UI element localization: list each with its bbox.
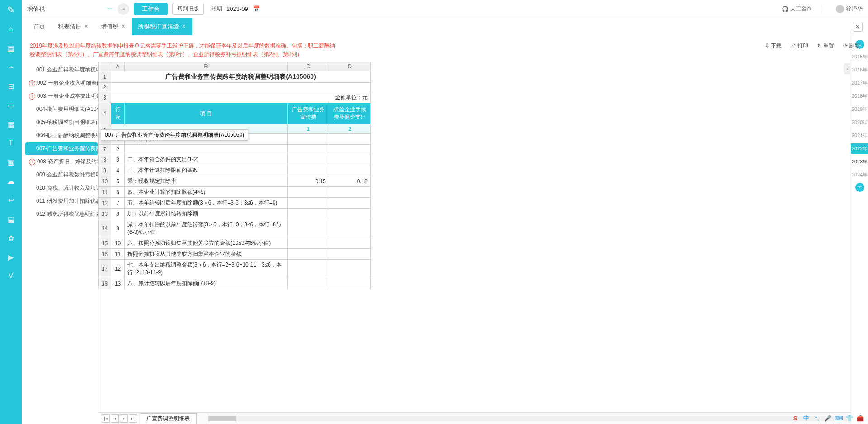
form-list-item[interactable]: 009-企业所得税弥补亏损明... (25, 168, 98, 181)
item-cell[interactable] (125, 145, 288, 154)
nav-return-icon[interactable]: ↩ (5, 195, 16, 205)
value-cell-c[interactable] (288, 198, 329, 209)
col-header-A[interactable]: A (111, 62, 125, 71)
value-cell-c[interactable] (288, 219, 329, 238)
value-cell-d[interactable] (329, 209, 371, 219)
row-header[interactable]: 17 (99, 260, 111, 278)
nav-grid-icon[interactable]: ▦ (5, 119, 16, 129)
nav-t-icon[interactable]: T (5, 138, 16, 148)
row-header[interactable]: 8 (99, 154, 111, 165)
value-cell-c[interactable] (288, 187, 329, 198)
tab-增值税[interactable]: 增值税✕ (94, 18, 132, 35)
refresh-button[interactable]: ⟳ 刷新 (843, 42, 860, 50)
ime-voice-icon[interactable]: 🎤 (824, 414, 832, 422)
seq-cell[interactable]: 5 (111, 176, 125, 187)
item-cell[interactable]: 三、本年计算扣除限额的基数 (125, 165, 288, 176)
seq-cell[interactable]: 13 (111, 278, 125, 289)
ime-lang-icon[interactable]: 中 (802, 414, 810, 422)
form-list-item[interactable]: 006-职工薪酬纳税调整明细... (25, 129, 98, 142)
form-list-item[interactable]: 008-资产折旧、摊销及纳税... (25, 155, 98, 168)
value-cell-d[interactable] (329, 260, 371, 278)
seq-cell[interactable]: 11 (111, 249, 125, 260)
seq-cell[interactable]: 8 (111, 209, 125, 219)
nav-bag-icon[interactable]: ⊟ (5, 81, 16, 91)
value-cell-d[interactable] (329, 198, 371, 209)
value-cell-c[interactable] (288, 209, 329, 219)
value-cell-c[interactable] (288, 154, 329, 165)
nav-chart-icon[interactable]: ⩪ (5, 62, 16, 72)
nav-page-icon[interactable]: ▭ (5, 100, 16, 110)
sheet-nav-last[interactable]: ▸| (129, 414, 137, 423)
sheet-nav-prev[interactable]: ◂ (111, 414, 119, 423)
form-list-item[interactable]: 001-企业所得税年度纳税申... (25, 63, 98, 76)
year-item[interactable]: 2016年 (851, 65, 868, 75)
form-list-item[interactable]: 011-研发费用加计扣除优惠... (25, 195, 98, 208)
item-cell[interactable]: 六、按照分摊协议归集至其他关联方的金额(10≤3与6孰小值) (125, 238, 288, 249)
sheet-nav-first[interactable]: |◂ (102, 414, 110, 423)
item-cell[interactable]: 四、本企业计算的扣除限额(4×5) (125, 187, 288, 198)
empty-cell[interactable] (111, 83, 371, 92)
col-header-B[interactable]: B (125, 62, 288, 71)
ime-punct-icon[interactable]: °, (813, 414, 821, 422)
item-cell[interactable]: 七、本年支出纳税调整金额(3＞6，本行=2+3-6+10-11；3≤6，本行=2… (125, 260, 288, 278)
nav-v-icon[interactable]: V (5, 271, 16, 281)
form-list-item[interactable]: 007-广告费和业务宣传费跨... (25, 142, 98, 155)
seq-cell[interactable]: 10 (111, 238, 125, 249)
row-header[interactable]: 15 (99, 238, 111, 249)
row-header[interactable]: 12 (99, 198, 111, 209)
col-header-C[interactable]: C (288, 62, 329, 71)
form-list-item[interactable]: 002-一般企业收入明细表(A... (25, 76, 98, 90)
row-header[interactable]: 2 (99, 83, 111, 92)
item-cell[interactable]: 按照分摊协议从其他关联方归集至本企业的金额 (125, 249, 288, 260)
item-cell[interactable]: 八、累计结转以后年度扣除额(7+8-9) (125, 278, 288, 289)
download-button[interactable]: ⇩ 下载 (765, 42, 782, 50)
value-cell-d[interactable] (329, 219, 371, 238)
item-cell[interactable]: 减：本年扣除的以前年度结转额[3＞6，本行=0；3≤6，本行=8与(6-3)孰小… (125, 219, 288, 238)
year-item[interactable]: 2017年 (851, 78, 868, 88)
print-button[interactable]: 🖨 打印 (791, 42, 808, 50)
year-item[interactable]: 2020年 (851, 117, 868, 128)
corner-cell[interactable] (99, 62, 111, 71)
value-cell-d[interactable] (329, 154, 371, 165)
year-item[interactable]: 2019年 (851, 104, 868, 114)
horizontal-scrollbar[interactable] (208, 416, 847, 421)
reset-button[interactable]: ↻ 重置 (817, 42, 834, 50)
year-item[interactable]: 2018年 (851, 91, 868, 101)
form-list-item[interactable]: 012-减免所得税优惠明细表(... (25, 208, 98, 221)
item-cell[interactable]: 二、本年符合条件的支出(1-2) (125, 154, 288, 165)
nav-settings-icon[interactable]: ✿ (5, 233, 16, 243)
row-header[interactable]: 4 (99, 103, 111, 124)
tab-所得税汇算清缴[interactable]: 所得税汇算清缴✕ (132, 18, 192, 35)
form-list-item[interactable]: 003-一般企业成本支出明细... (25, 90, 98, 103)
nav-home-icon[interactable]: ⌂ (5, 24, 16, 34)
ime-skin-icon[interactable]: 👕 (845, 414, 854, 422)
row-header[interactable]: 13 (99, 209, 111, 219)
tab-税表清册[interactable]: 税表清册✕ (52, 18, 94, 35)
support-link[interactable]: 🎧 人工咨询 (782, 5, 812, 13)
user-menu[interactable]: 徐泽华 (836, 5, 863, 13)
value-cell-c[interactable] (288, 165, 329, 176)
year-item[interactable]: 2021年 (851, 130, 868, 141)
value-cell-d[interactable] (329, 238, 371, 249)
close-icon[interactable]: ✕ (121, 24, 125, 29)
value-cell-c[interactable] (288, 249, 329, 260)
col-header-D[interactable]: D (329, 62, 371, 71)
row-header[interactable]: 1 (99, 71, 111, 83)
seq-cell[interactable]: 4 (111, 165, 125, 176)
seq-cell[interactable]: 9 (111, 219, 125, 238)
row-header[interactable]: 14 (99, 219, 111, 238)
expand-right-handle[interactable]: › (844, 63, 850, 74)
nav-tax-icon[interactable]: ☁ (5, 176, 16, 186)
old-version-button[interactable]: 切到旧版 (172, 3, 204, 15)
row-header[interactable]: 16 (99, 249, 111, 260)
nav-doc-icon[interactable]: ▤ (5, 43, 16, 53)
year-scroll-down-icon[interactable]: ︾ (855, 183, 864, 192)
sheet-tab[interactable]: 广宣费调整明细表 (140, 413, 197, 424)
value-cell-c[interactable]: 0.15 (288, 176, 329, 187)
close-icon[interactable]: ✕ (84, 24, 88, 29)
ime-keyboard-icon[interactable]: ⌨ (835, 414, 843, 422)
item-cell[interactable]: 乘：税收规定扣除率 (125, 176, 288, 187)
seq-cell[interactable]: 3 (111, 154, 125, 165)
value-cell-d[interactable] (329, 187, 371, 198)
seq-cell[interactable]: 12 (111, 260, 125, 278)
